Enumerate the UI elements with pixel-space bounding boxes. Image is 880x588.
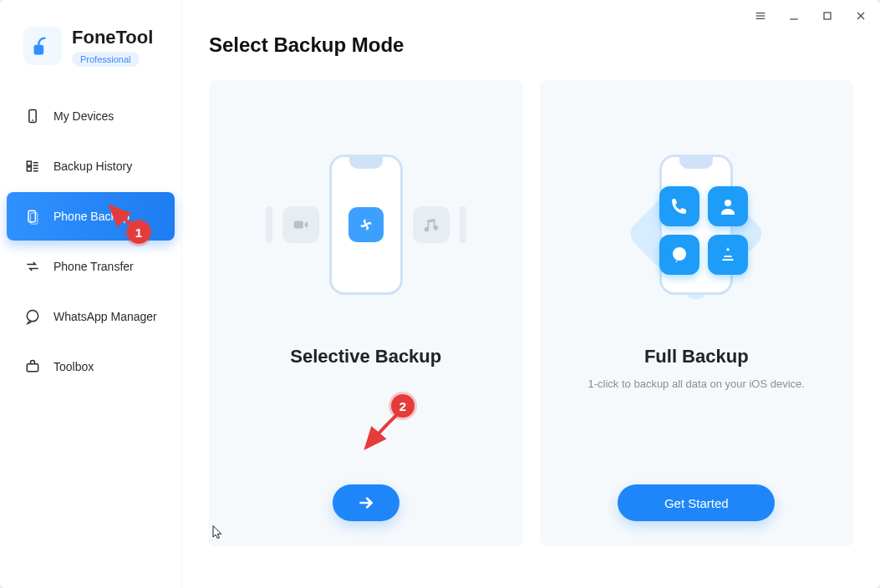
- phone-stack-icon: [23, 207, 42, 226]
- sidebar-item-my-devices[interactable]: My Devices: [7, 92, 175, 140]
- svg-rect-9: [27, 161, 31, 165]
- close-icon[interactable]: [853, 8, 868, 23]
- menu-icon[interactable]: [753, 8, 768, 23]
- card-selective-backup[interactable]: Selective Backup 2: [209, 80, 523, 546]
- carousel-edge-left: [266, 206, 272, 243]
- phone-outline-icon: [23, 107, 42, 125]
- annotation-marker-2: 2: [391, 394, 415, 418]
- sidebar-item-label: Phone Transfer: [53, 260, 134, 273]
- card-full-backup[interactable]: Full Backup 1-click to backup all data o…: [540, 80, 854, 546]
- selective-backup-illustration: [266, 137, 466, 312]
- fan-app-icon: [348, 207, 384, 242]
- svg-rect-19: [294, 220, 303, 228]
- sidebar-item-backup-history[interactable]: Backup History: [7, 142, 175, 190]
- svg-rect-18: [27, 364, 38, 372]
- button-label: Get Started: [664, 496, 729, 510]
- toolbox-icon: [23, 357, 42, 376]
- message-icon: [659, 235, 699, 275]
- svg-point-17: [27, 311, 38, 322]
- sidebar: FoneTool Professional My Devices Backup …: [0, 0, 182, 588]
- minimize-icon[interactable]: [786, 8, 801, 23]
- contact-icon: [708, 186, 748, 226]
- app-icons-grid: [659, 186, 748, 275]
- svg-point-21: [725, 200, 731, 206]
- history-list-icon: [23, 157, 42, 175]
- svg-rect-4: [824, 13, 831, 19]
- phone-call-icon: [659, 186, 699, 226]
- sidebar-item-toolbox[interactable]: Toolbox: [7, 342, 175, 391]
- card-subtitle: 1-click to backup all data on your iOS d…: [588, 378, 805, 390]
- full-backup-illustration: [659, 137, 733, 312]
- brand-title: FoneTool: [72, 27, 153, 48]
- card-title: Selective Backup: [290, 346, 441, 368]
- arrow-right-icon: [355, 492, 377, 514]
- main-content: Select Backup Mode: [182, 0, 880, 588]
- svg-point-22: [673, 247, 686, 261]
- sidebar-item-label: WhatsApp Manager: [53, 310, 157, 323]
- backup-mode-cards: Selective Backup 2: [209, 80, 853, 546]
- chat-bubble-icon: [23, 307, 42, 326]
- brand-badge: Professional: [72, 52, 140, 67]
- maximize-icon[interactable]: [820, 8, 835, 23]
- phone-illustration: [329, 155, 403, 295]
- card-title: Full Backup: [644, 346, 749, 368]
- sidebar-item-label: Backup History: [53, 160, 132, 173]
- full-backup-get-started-button[interactable]: Get Started: [618, 484, 775, 521]
- sidebar-item-phone-transfer[interactable]: Phone Transfer: [7, 242, 175, 291]
- appstore-icon: [708, 235, 748, 275]
- sidebar-item-whatsapp-manager[interactable]: WhatsApp Manager: [7, 292, 175, 341]
- titlebar-controls: [753, 8, 868, 23]
- brand: FoneTool Professional: [0, 0, 181, 82]
- sidebar-item-label: Phone Backup: [53, 210, 130, 223]
- annotation-marker-1: 1: [127, 220, 150, 244]
- carousel-edge-right: [460, 206, 466, 243]
- selective-backup-go-button[interactable]: [333, 484, 399, 521]
- music-icon: [413, 206, 450, 243]
- sidebar-nav: My Devices Backup History Phone Backup P…: [0, 92, 181, 393]
- svg-rect-10: [27, 167, 31, 171]
- app-window: FoneTool Professional My Devices Backup …: [0, 0, 880, 588]
- video-icon: [282, 206, 319, 243]
- transfer-arrows-icon: [23, 257, 42, 276]
- brand-logo-icon: [23, 27, 62, 65]
- sidebar-item-label: My Devices: [53, 109, 114, 123]
- page-title: Select Backup Mode: [209, 33, 853, 57]
- sidebar-item-label: Toolbox: [53, 360, 94, 373]
